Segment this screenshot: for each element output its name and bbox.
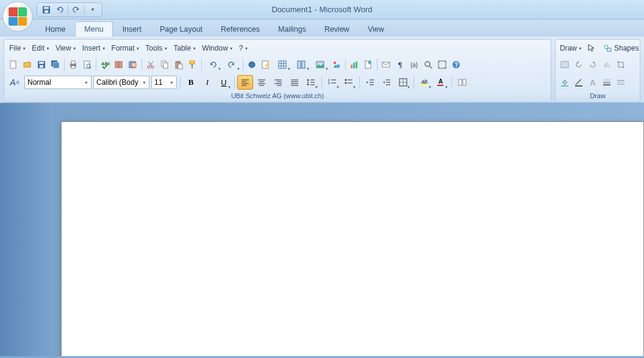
align-left-button[interactable] [238,76,252,89]
thesaurus-button[interactable] [126,58,140,71]
draw-rotate-left-button[interactable] [572,58,585,71]
paste-button[interactable] [172,58,185,71]
hyperlink-button[interactable] [245,58,259,71]
reading-layout-button[interactable] [455,76,470,89]
menu-tools[interactable]: Tools▼ [143,43,171,54]
tab-menu[interactable]: Menu [75,21,112,37]
decrease-indent-button[interactable] [363,76,377,89]
text-color-button[interactable]: A [586,76,599,89]
menu-insert[interactable]: Insert▼ [80,43,109,54]
draw-menu-button[interactable]: Draw ▼ [558,43,584,54]
draw-toolbar-row2: A [558,74,637,90]
group-footer-main[interactable]: UBit Schweiz AG (www.ubit.ch) [7,91,548,101]
group-footer-draw[interactable]: Draw [558,91,637,101]
fill-color-button[interactable] [558,76,571,89]
bookmark-button[interactable] [362,58,375,71]
tab-home[interactable]: Home [37,22,74,37]
svg-rect-28 [178,64,182,69]
insert-table-button[interactable]: ▼ [273,58,292,71]
cut-button[interactable] [144,58,157,71]
menu-edit[interactable]: Edit▼ [29,43,52,54]
zoom-button[interactable] [421,58,435,71]
font-color-button[interactable]: A▼ [434,76,448,89]
research-button[interactable] [112,58,126,71]
draw-img1-button[interactable] [558,58,571,71]
save-all-button[interactable] [49,58,62,71]
italic-button[interactable]: I [200,76,215,89]
document-canvas[interactable] [0,103,644,356]
tab-references[interactable]: References [212,22,268,37]
svg-point-43 [334,62,336,64]
menu-format[interactable]: Format▼ [109,43,143,54]
align-center-button[interactable] [254,76,269,89]
line-style-button[interactable] [614,76,628,89]
shapes-button[interactable]: Shapes [601,42,641,54]
qat-customize-button[interactable]: ▾ [87,4,98,15]
font-grow-shrink-button[interactable]: AA [7,76,23,89]
chart-button[interactable] [348,58,361,71]
columns-button[interactable]: ▼ [292,58,310,71]
menu-help[interactable]: ?▼ [237,43,251,54]
document-page[interactable] [61,121,644,356]
print-button[interactable] [66,58,80,71]
tab-review[interactable]: Review [316,22,358,37]
align-right-button[interactable] [271,76,285,89]
paragraph-marks-button[interactable]: ¶ [393,58,407,71]
svg-line-51 [429,66,432,68]
line-color-button[interactable] [572,76,585,89]
font-size-dropdown[interactable]: 11▼ [151,76,177,89]
style-dropdown[interactable]: Normal▼ [24,76,91,89]
field-button[interactable]: {a} [407,58,421,71]
spelling-button[interactable]: ABC [98,58,112,71]
open-button[interactable] [21,58,34,71]
format-painter-button[interactable] [186,58,199,71]
new-doc-button[interactable] [7,58,20,71]
picture-button[interactable]: ▼ [311,58,329,71]
menu-window[interactable]: Window▼ [199,43,236,54]
office-button[interactable] [2,1,33,32]
qat-separator [68,5,68,15]
draw-rotate-right-button[interactable] [586,58,599,71]
tab-page-layout[interactable]: Page Layout [151,22,211,37]
undo-button[interactable]: ▼ [204,58,222,71]
select-objects-button[interactable] [587,42,596,54]
tab-view[interactable]: View [359,22,393,37]
envelope-button[interactable] [379,58,393,71]
line-weight-button[interactable] [600,76,614,89]
align-justify-button[interactable] [287,76,302,89]
menu-table[interactable]: Table▼ [171,43,199,54]
save-button[interactable] [35,58,48,71]
qat-redo-button[interactable] [71,4,82,15]
line-spacing-button[interactable]: ▼ [304,76,318,89]
borders-button[interactable]: ▼ [396,76,410,89]
tab-mailings[interactable]: Mailings [270,22,315,37]
svg-point-79 [345,82,347,84]
svg-rect-47 [356,62,357,68]
office-logo-icon [9,7,27,26]
draw-toolbar-row1 [558,57,637,73]
edit-button[interactable] [259,58,273,71]
tab-insert[interactable]: Insert [114,22,150,37]
fullscreen-button[interactable] [435,58,449,71]
title-bar: ▾ Document1 - Microsoft Word [0,0,644,20]
increase-indent-button[interactable] [379,76,394,89]
qat-save-button[interactable] [41,4,52,15]
font-dropdown[interactable]: Calibri (Body▼ [93,76,149,89]
menu-view[interactable]: View▼ [53,43,79,54]
svg-rect-99 [561,62,568,68]
redo-button[interactable]: ▼ [223,58,241,71]
qat-undo-button[interactable] [54,4,65,15]
bullet-list-button[interactable]: ▼ [342,76,356,89]
print-preview-button[interactable] [80,58,94,71]
copy-button[interactable] [158,58,171,71]
numbered-list-button[interactable]: 12▼ [325,76,340,89]
svg-rect-94 [437,85,443,86]
highlight-button[interactable]: ab▼ [417,76,432,89]
help-button[interactable]: ? [449,58,463,71]
bold-button[interactable]: B [184,76,198,89]
underline-button[interactable]: U▼ [216,76,231,89]
menu-file[interactable]: File▼ [7,43,29,54]
draw-crop-button[interactable] [614,58,628,71]
drawing-button[interactable] [330,58,343,71]
draw-flip-button[interactable] [600,58,614,71]
